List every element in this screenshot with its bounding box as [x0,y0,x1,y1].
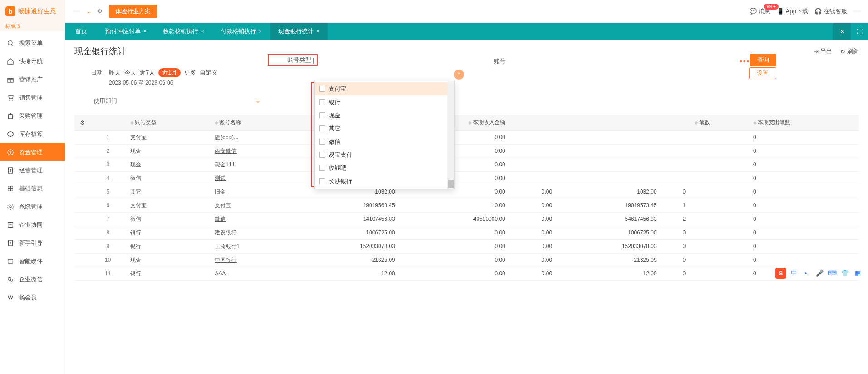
sidebar-item-search[interactable]: 搜索菜单 [0,34,65,52]
sidebar-item-bag[interactable]: 采购管理 [0,107,65,125]
sidebar-item-sys[interactable]: 系统管理 [0,198,65,216]
ime-mic-icon[interactable]: 🎤 [814,268,824,278]
sidebar-item-grid[interactable]: 基础信息 [0,180,65,198]
table-header[interactable]: ⚙ [74,115,90,130]
checkbox-icon[interactable] [319,152,325,158]
query-button[interactable]: 查询 [750,54,776,66]
cell-account-name[interactable]: 建设银行 [210,226,295,239]
table-header[interactable] [557,115,661,130]
settings-button[interactable]: 设置 [749,67,776,79]
cell-account-name[interactable]: 中国银行 [210,253,295,267]
ime-cn-icon[interactable]: 中 [789,268,799,278]
refresh-button[interactable]: ↻刷新 [840,47,859,55]
ime-logo-icon[interactable]: S [775,268,786,279]
sidebar-item-guide[interactable]: 新手引导 [0,234,65,252]
sidebar-item-gift[interactable]: 营销推广 [0,70,65,89]
tabs-expand-icon[interactable]: ⛶ [851,23,868,40]
checkbox-icon[interactable] [319,112,325,118]
sidebar-item-box[interactable]: 库存核算 [0,125,65,143]
app-download-link[interactable]: 📱 App下载 [777,7,808,15]
cell-account-name[interactable]: 支付宝 [210,199,295,212]
sidebar-item-vip[interactable]: 畅会员 [0,289,65,307]
org-name[interactable] [73,10,80,12]
checkbox-icon[interactable] [319,139,325,145]
cell-account-name[interactable]: 西安微信 [210,144,295,158]
gear-icon[interactable]: ⚙ [80,120,85,126]
date-custom[interactable]: 自定义 [200,69,217,77]
tab-close-icon[interactable]: × [316,28,320,35]
org-chevron-icon[interactable]: ⌄ [86,8,91,15]
dropdown-option[interactable]: 长沙银行 [315,175,454,188]
cell-account-name[interactable]: 工商银行1 [210,239,295,253]
cell-account-name[interactable]: 微信 [210,212,295,226]
settings-icon[interactable]: ⚙ [97,8,103,15]
dropdown-option[interactable]: 现金 [315,109,454,122]
checkbox-icon[interactable] [319,86,325,92]
cell-account-name[interactable]: AAA [210,267,295,280]
tab-item[interactable]: 预付冲应付单 × [97,23,155,40]
tab-item[interactable]: 付款核销执行 × [212,23,270,40]
sort-icon[interactable]: ◆ [468,120,472,125]
table-header[interactable] [661,115,690,130]
dropdown-option[interactable]: 收钱吧 [315,161,454,175]
cell-type: 银行 [126,267,210,280]
dept-select[interactable]: ⌄ [120,95,261,107]
dropdown-option[interactable]: 其它 [315,122,454,135]
tab-close-icon[interactable]: × [143,28,147,35]
solution-button[interactable]: 体验行业方案 [109,5,157,18]
cell-account-name[interactable]: 旧金 [210,185,295,199]
tab-close-icon[interactable]: × [259,28,262,35]
sidebar-item-hw[interactable]: 智能硬件 [0,252,65,270]
cell-account-name[interactable]: 测试 [210,171,295,185]
date-month[interactable]: 近1月 [158,68,181,77]
account-type-filter[interactable]: 账号类型 | [268,54,318,66]
date-week[interactable]: 近7天 [140,69,155,77]
user-name[interactable] [853,10,861,12]
dropdown-option[interactable]: 支付宝 [315,82,454,95]
tab-item[interactable]: 现金银行统计 × [270,23,328,40]
sidebar-item-wc[interactable]: 企业微信 [0,270,65,289]
checkbox-icon[interactable] [319,99,325,105]
collapse-filter-icon[interactable]: ⌃ [454,70,464,80]
date-today[interactable]: 今天 [124,69,136,77]
sidebar-item-cart[interactable]: 销售管理 [0,89,65,107]
table-header[interactable] [90,115,126,130]
dropdown-option[interactable]: 易宝支付 [315,148,454,161]
sort-icon[interactable]: ◆ [215,120,218,125]
tab-home[interactable]: 首页 [65,23,97,40]
more-filters-icon[interactable]: ••• [740,57,750,65]
table-header[interactable]: ◆笔数 [690,115,749,130]
tab-close-icon[interactable]: × [201,28,204,35]
customer-service-link[interactable]: 🎧 在线客服 [814,7,847,15]
sidebar-item-team[interactable]: 企业协同 [0,216,65,234]
cell-account-name[interactable]: 现金111 [210,158,295,171]
sidebar-item-doc[interactable]: 经营管理 [0,161,65,180]
cell-account-name[interactable]: 陡(○○○)... [210,130,295,144]
export-button[interactable]: ⇥导出 [814,47,832,55]
dropdown-option[interactable]: 微信 [315,135,454,148]
date-yesterday[interactable]: 昨天 [109,69,121,77]
sort-icon[interactable]: ◆ [695,120,698,125]
sort-icon[interactable]: ◆ [130,120,134,125]
table-header[interactable]: ◆账号名称 [210,115,295,130]
ime-keyboard-icon[interactable]: ⌨ [827,268,837,278]
table-header[interactable] [510,115,557,130]
table-header[interactable]: ◆账号类型 [126,115,210,130]
message-link[interactable]: 💬 消息 99 + [750,7,770,15]
tab-item[interactable]: 收款核销执行 × [155,23,212,40]
table-header[interactable]: ◆本期支出笔数 [749,115,859,130]
account-type-dropdown[interactable]: 支付宝银行现金其它微信易宝支付收钱吧长沙银行 [314,81,455,189]
tabs-close-icon[interactable]: ✕ [833,23,851,40]
ime-grid-icon[interactable]: ▦ [853,268,863,278]
ime-punct-icon[interactable]: •, [802,268,812,278]
sort-icon[interactable]: ◆ [753,120,757,125]
checkbox-icon[interactable] [319,178,325,184]
checkbox-icon[interactable] [319,125,325,131]
ime-skin-icon[interactable]: 👕 [840,268,850,278]
sidebar-item-money[interactable]: 资金管理 [0,143,65,161]
dropdown-option[interactable]: 银行 [315,95,454,109]
sidebar-item-home[interactable]: 快捷导航 [0,52,65,70]
dropdown-scrollbar[interactable] [447,81,454,189]
date-more[interactable]: 更多 [184,69,196,77]
checkbox-icon[interactable] [319,165,325,171]
